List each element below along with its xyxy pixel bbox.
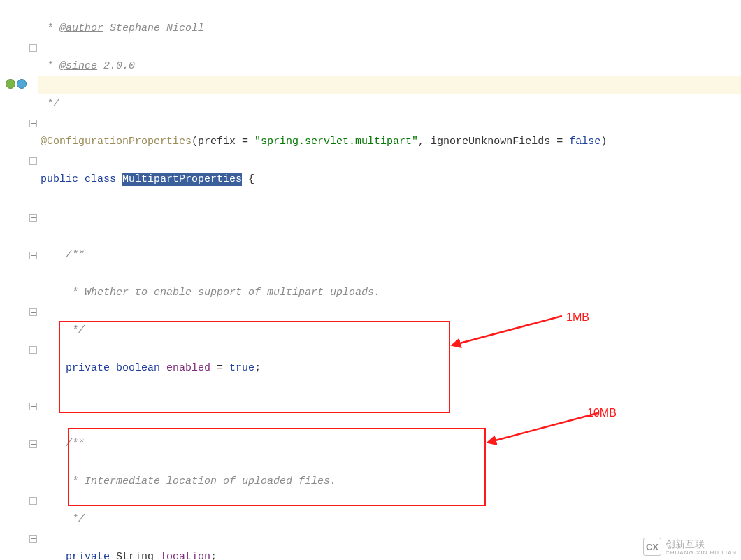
- callout-box-2: [68, 428, 486, 506]
- watermark-subtext: CHUANG XIN HU LIAN: [666, 550, 737, 556]
- code-line: public class MultipartProperties {: [41, 170, 607, 189]
- code-line: @ConfigurationProperties(prefix = "sprin…: [41, 132, 607, 151]
- code-line: /**: [41, 245, 607, 264]
- code-line: * @since 2.0.0: [41, 57, 607, 76]
- callout-box-1: [59, 321, 450, 413]
- fold-marker-icon[interactable]: [29, 402, 37, 410]
- editor-gutter: [0, 0, 38, 560]
- code-line: */: [41, 94, 607, 113]
- svg-line-23: [493, 413, 598, 441]
- fold-marker-icon[interactable]: [29, 308, 37, 315]
- arrow-icon: [450, 313, 569, 354]
- class-icon: [17, 79, 27, 89]
- watermark-logo-icon: CX: [643, 538, 661, 556]
- fold-marker-icon[interactable]: [29, 43, 37, 51]
- fold-marker-icon[interactable]: [29, 157, 37, 164]
- annotation-label-10mb: 10MB: [587, 407, 617, 419]
- code-line: private String location;: [41, 547, 607, 560]
- spring-bean-icon: [6, 79, 15, 89]
- svg-line-22: [457, 316, 562, 344]
- fold-marker-icon[interactable]: [29, 440, 37, 447]
- selected-class-name: MultipartProperties: [122, 173, 242, 186]
- fold-marker-icon[interactable]: [29, 345, 37, 353]
- watermark: CX 创新互联 CHUANG XIN HU LIAN: [643, 538, 737, 556]
- watermark-text: 创新互联: [666, 538, 705, 550]
- fold-marker-icon[interactable]: [29, 534, 37, 542]
- fold-marker-icon[interactable]: [29, 213, 37, 221]
- annotation-label-1mb: 1MB: [566, 311, 589, 324]
- fold-marker-icon[interactable]: [29, 251, 37, 259]
- fold-marker-icon[interactable]: [29, 119, 37, 127]
- code-line: * @author Stephane Nicoll: [41, 19, 607, 38]
- fold-marker-icon[interactable]: [29, 496, 37, 504]
- code-line: * Whether to enable support of multipart…: [41, 283, 607, 302]
- code-line: */: [41, 510, 607, 529]
- class-gutter-icons[interactable]: [6, 79, 27, 89]
